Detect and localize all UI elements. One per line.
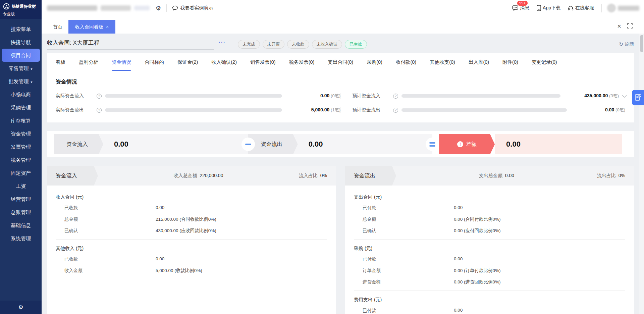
help-icon[interactable]	[393, 94, 398, 99]
sidebar-item-tax[interactable]: 税务管理	[0, 153, 42, 166]
tab-receipts-payments[interactable]: 收付款(0)	[396, 53, 416, 71]
note-float-button[interactable]	[632, 90, 644, 105]
sidebar-item-retail[interactable]: 零售管理▼	[0, 62, 42, 75]
sidebar-item-project-contract[interactable]: 项目合同	[2, 49, 40, 62]
user-menu[interactable]	[601, 4, 639, 12]
note-icon	[635, 94, 641, 101]
redacted-username	[618, 6, 639, 11]
sidebar-item-purchasing[interactable]: 采购管理	[0, 101, 42, 114]
sidebar-item-invoice[interactable]: 发票管理	[0, 140, 42, 153]
data-row: 收入金额5,000.00 (收款比例0%)	[56, 265, 327, 276]
tab-other-income-expense[interactable]: 其他收支(0)	[430, 53, 455, 71]
more-actions-icon[interactable]: ···	[219, 39, 226, 45]
outflow-summary: 资金流出 0.00	[248, 134, 432, 154]
help-icon[interactable]	[393, 108, 398, 113]
progress-bar	[105, 94, 282, 98]
outflow-panel-title: 资金流出	[345, 166, 396, 186]
inflow-summary: 资金流入 0.00	[54, 134, 248, 154]
main-area: 我要看实例演示 消息 99+ App下载 在线客服	[42, 0, 644, 314]
status-badge: 未收入确认	[312, 40, 342, 49]
message-count-badge: 99+	[517, 0, 528, 6]
messages-button[interactable]: 消息 99+	[512, 5, 529, 11]
sidebar-menu: 搜索菜单 快捷导航 项目合同 零售管理▼ 批发管理▼ 小畅电商 采购管理 库存核…	[0, 19, 42, 301]
phone-icon	[537, 5, 541, 11]
sidebar-item-wholesale[interactable]: 批发管理▼	[0, 75, 42, 88]
tab-sales-invoice[interactable]: 销售发票(0)	[250, 53, 276, 71]
sidebar-item-salary[interactable]: 工资	[0, 179, 42, 193]
settings-gear-icon[interactable]	[18, 304, 23, 311]
inflow-chip: 资金流入	[54, 134, 103, 154]
tab-purchase[interactable]: 采购(0)	[367, 53, 382, 71]
sidebar-item-general-ledger[interactable]: 总账管理	[0, 206, 42, 219]
tab-close-icon[interactable]	[106, 20, 109, 34]
app-window: 畅捷通好业财 专业版 搜索菜单 快捷导航 项目合同 零售管理▼ 批发管理▼ 小畅…	[0, 0, 644, 314]
tab-contract-subject[interactable]: 合同标的	[145, 53, 164, 71]
status-badges: 未完成 未开票 未收款 未收入确认 已生效	[238, 40, 367, 49]
sidebar-item-inventory[interactable]: 库存核算	[0, 114, 42, 127]
outflow-total: 0.00	[309, 140, 323, 149]
inflow-panel: 资金流入 收入总金额 220,000.00 流入占比 0% 收入合同 (元) 已…	[47, 166, 336, 314]
data-row: 已付款0.00	[354, 254, 625, 265]
tab-income-contract-dashboard[interactable]: 收入合同看板	[68, 20, 115, 34]
brand-logo-icon	[3, 3, 10, 10]
equals-icon	[426, 138, 439, 151]
avatar	[607, 4, 616, 12]
purchase-section: 采购 (元) 已付款0.00 订单金额0.00 (订单付款比例0%) 进货金额0…	[354, 239, 625, 291]
help-icon[interactable]	[97, 108, 102, 113]
fullscreen-icon[interactable]	[627, 23, 633, 30]
tab-income-confirm[interactable]: 收入确认(2)	[211, 53, 237, 71]
difference-chip: 差额	[439, 134, 495, 154]
refresh-icon	[619, 41, 623, 47]
sidebar-item-ecommerce[interactable]: 小畅电商	[0, 88, 42, 101]
contract-title: 收入合同: X大厦工程	[47, 39, 100, 47]
tab-profit-analysis[interactable]: 盈利分析	[79, 53, 98, 71]
chevron-down-icon[interactable]	[622, 93, 627, 98]
status-badge: 未开票	[263, 40, 285, 49]
gear-icon[interactable]	[156, 5, 161, 12]
sidebar-item-operations[interactable]: 经营管理	[0, 193, 42, 206]
tab-in-out-warehouse[interactable]: 出入库(0)	[469, 53, 489, 71]
document-tabstrip: 首页 收入合同看板	[42, 16, 644, 34]
status-badge: 未收款	[287, 40, 309, 49]
app-download-button[interactable]: App下载	[537, 5, 560, 11]
refresh-button[interactable]: 刷新	[619, 41, 634, 47]
scrollbar-thumb[interactable]	[640, 35, 643, 52]
minus-icon	[241, 138, 255, 151]
funds-section: 资金情况 实际资金流入 0.00 (0笔) 预计资金流入 435,0	[47, 71, 634, 122]
sidebar-item-search-menu[interactable]: 搜索菜单	[0, 22, 42, 36]
inflow-panel-title: 资金流入	[47, 166, 98, 186]
expense-section: 费用支出 (元) 已付款0.00	[354, 291, 625, 314]
close-icon[interactable]	[617, 22, 621, 30]
redacted-company-name	[47, 5, 150, 13]
tab-tax-invoice[interactable]: 税务发票(0)	[289, 53, 315, 71]
data-row: 已确认0.00 (应付回款比例0%)	[354, 225, 625, 237]
tab-attachments[interactable]: 附件(0)	[502, 53, 518, 71]
tab-board[interactable]: 看板	[56, 53, 65, 71]
speech-bubble-icon	[172, 5, 178, 11]
sidebar-item-funds[interactable]: 资金管理	[0, 127, 42, 140]
brand-block: 畅捷通好业财 专业版	[0, 0, 42, 19]
data-row: 已确认430,000.00 (应收回款比例0%)	[56, 225, 327, 237]
tab-deposit[interactable]: 保证金(2)	[177, 53, 198, 71]
sidebar-item-fixed-assets[interactable]: 固定资产	[0, 166, 42, 179]
tab-home[interactable]: 首页	[47, 20, 68, 34]
sidebar-item-system[interactable]: 系统管理	[0, 232, 42, 245]
sidebar-item-basic-info[interactable]: 基础信息	[0, 219, 42, 232]
contract-title-field: 收入合同: X大厦工程	[47, 39, 214, 50]
help-icon[interactable]	[97, 94, 102, 99]
data-row: 已付款0.00	[354, 305, 625, 314]
sidebar-item-quick-nav[interactable]: 快捷导航	[0, 36, 42, 49]
tab-change-log[interactable]: 变更记录(0)	[532, 53, 557, 71]
online-service-button[interactable]: 在线客服	[568, 5, 594, 11]
inflow-panel-header: 资金流入 收入总金额 220,000.00 流入占比 0%	[47, 166, 336, 186]
data-row: 总金额215,000.00 (合同收款比例0%)	[56, 214, 327, 225]
demo-link[interactable]: 我要看实例演示	[172, 5, 213, 11]
tab-funds-status[interactable]: 资金情况	[112, 53, 131, 71]
funds-card: 看板 盈利分析 资金情况 合同标的 保证金(2) 收入确认(2) 销售发票(0)…	[47, 53, 634, 122]
brand-name: 畅捷通好业财	[12, 4, 36, 9]
expense-contract-section: 支出合同 (元) 已付款0.00 总金额0.00 (合同付款比例0%) 已确认0…	[354, 188, 625, 239]
difference-summary: 0.00	[495, 134, 622, 154]
income-contract-section: 收入合同 (元) 已收款0.00 总金额215,000.00 (合同收款比例0%…	[56, 188, 327, 239]
scrollbar-track	[639, 34, 644, 314]
tab-expense-contract[interactable]: 支出合同(0)	[328, 53, 353, 71]
